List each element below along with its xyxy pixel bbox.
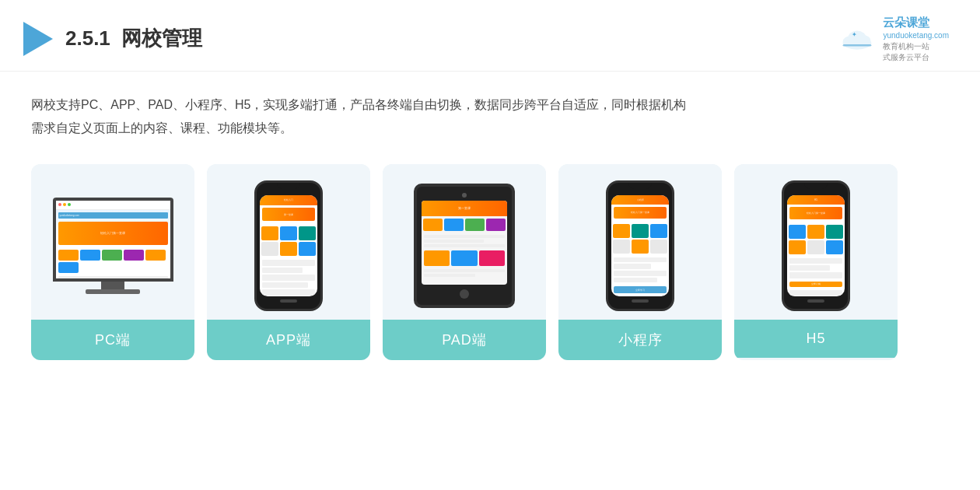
- pad-label: PAD端: [383, 320, 546, 360]
- brand-site: yunduoketang.com: [883, 30, 949, 41]
- brand-text: 云朵课堂 yunduoketang.com 教育机构一站 式服务云平台: [883, 14, 949, 63]
- tablet-mockup: 第一堂课: [414, 184, 515, 308]
- header-right: ✦ 云朵课堂 yunduoketang.com 教育机构一站 式服务云平台: [838, 14, 949, 63]
- brand-logo: ✦ 云朵课堂 yunduoketang.com 教育机构一站 式服务云平台: [838, 14, 949, 63]
- svg-rect-5: [843, 44, 872, 47]
- miniprogram-image-area: 小程序 轻松入门第一堂课: [558, 164, 722, 320]
- tablet-home-btn: [460, 289, 469, 299]
- page-container: 2.5.1 网校管理 ✦ 云朵课堂: [0, 0, 980, 490]
- phone-mockup-h5: H5 轻松入门第一堂课: [782, 180, 850, 311]
- section-number: 2.5.1: [65, 26, 110, 50]
- card-pc: yunduoketang.com 轻松入门第一堂课: [31, 164, 194, 360]
- phone-notch-mini: [628, 183, 652, 189]
- desc-line2: 需求自定义页面上的内容、课程、功能模块等。: [31, 121, 292, 135]
- page-title: 2.5.1 网校管理: [65, 25, 202, 52]
- brand-tagline2: 式服务云平台: [883, 52, 949, 63]
- phone-screen-h5: H5 轻松入门第一堂课: [787, 195, 845, 296]
- brand-name: 云朵课堂: [883, 14, 949, 30]
- app-image-area: 轻松入门 第一堂课: [207, 164, 370, 320]
- tablet-camera: [462, 193, 467, 198]
- card-h5: H5 轻松入门第一堂课: [734, 164, 898, 360]
- phone-outer-app: 轻松入门 第一堂课: [254, 180, 323, 311]
- pc-label: PC端: [31, 320, 194, 360]
- description-text: 网校支持PC、APP、PAD、小程序、H5，实现多端打通，产品各终端自由切换，数…: [31, 93, 731, 141]
- phone-home-app: [280, 299, 297, 303]
- card-app: 轻松入门 第一堂课: [207, 164, 370, 360]
- phone-screen-mini: 小程序 轻松入门第一堂课: [611, 195, 669, 296]
- svg-text:✦: ✦: [852, 30, 858, 38]
- content-area: 网校支持PC、APP、PAD、小程序、H5，实现多端打通，产品各终端自由切换，数…: [0, 72, 980, 490]
- phone-notch-app: [277, 183, 300, 189]
- pc-mockup: yunduoketang.com 轻松入门第一堂课: [53, 198, 173, 294]
- header: 2.5.1 网校管理 ✦ 云朵课堂: [0, 0, 980, 72]
- phone-mockup-mini: 小程序 轻松入门第一堂课: [606, 180, 674, 311]
- desc-line1: 网校支持PC、APP、PAD、小程序、H5，实现多端打通，产品各终端自由切换，数…: [31, 98, 686, 111]
- cloud-icon: ✦: [838, 25, 877, 52]
- tablet-outer: 第一堂课: [414, 184, 515, 308]
- pc-screen: yunduoketang.com 轻松入门第一堂课: [53, 198, 173, 282]
- title-bold: 网校管理: [121, 26, 202, 50]
- logo-triangle-icon: [23, 22, 53, 56]
- phone-outer-h5: H5 轻松入门第一堂课: [782, 180, 850, 311]
- tablet-screen: 第一堂课: [422, 201, 507, 285]
- header-left: 2.5.1 网校管理: [23, 22, 202, 56]
- card-pad: 第一堂课: [383, 164, 546, 360]
- miniprogram-label: 小程序: [558, 320, 722, 360]
- pc-image-area: yunduoketang.com 轻松入门第一堂课: [31, 164, 194, 320]
- phone-outer-mini: 小程序 轻松入门第一堂课: [606, 180, 674, 311]
- pad-image-area: 第一堂课: [383, 164, 546, 320]
- card-miniprogram: 小程序 轻松入门第一堂课: [558, 164, 722, 360]
- phone-home-h5: [807, 299, 824, 303]
- phone-notch-h5: [804, 183, 828, 189]
- brand-tagline1: 教育机构一站: [883, 41, 949, 52]
- phone-screen-app: 轻松入门 第一堂课: [260, 195, 317, 296]
- phone-mockup-app: 轻松入门 第一堂课: [254, 180, 323, 311]
- h5-image-area: H5 轻松入门第一堂课: [734, 164, 898, 320]
- h5-label: H5: [734, 320, 898, 358]
- cards-row: yunduoketang.com 轻松入门第一堂课: [31, 164, 949, 360]
- phone-home-mini: [632, 299, 649, 303]
- app-label: APP端: [207, 320, 370, 360]
